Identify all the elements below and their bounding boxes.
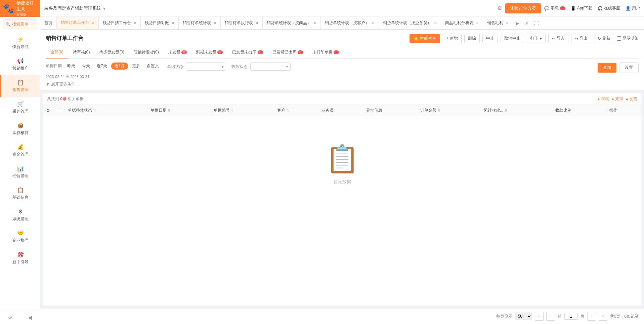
tab-sales-he[interactable]: 销售毛利 ✕ bbox=[483, 17, 513, 30]
tab-close-icon[interactable]: ✕ bbox=[172, 21, 174, 25]
subtab-wangpu-pending[interactable]: 旺铺待发货(0) bbox=[129, 47, 164, 58]
tab-close-icon[interactable]: ✕ bbox=[256, 21, 258, 25]
subtab-shipped-not-out[interactable]: 已发货未出库 0 bbox=[227, 47, 267, 58]
settings-icon[interactable]: ⚙ bbox=[497, 5, 502, 11]
sidebar-item-basic-info[interactable]: 📋 基础信息 bbox=[0, 183, 40, 204]
date-opt-custom[interactable]: 自定义 bbox=[144, 63, 162, 70]
sidebar-item-system[interactable]: ⚙ 系统管理 bbox=[0, 204, 40, 226]
smart-order-btn[interactable]: ⭐ 智能生单 bbox=[410, 34, 440, 43]
tab-close-icon[interactable]: ✕ bbox=[476, 21, 479, 25]
subtab-pending-review[interactable]: 待审核(0) bbox=[68, 47, 95, 58]
sort-amount-icon[interactable]: ⇅ bbox=[438, 109, 440, 112]
sort-customer-icon[interactable]: ⇅ bbox=[286, 109, 289, 112]
display-detail-label[interactable]: 显示明细 bbox=[617, 36, 639, 41]
delete-btn[interactable]: 删除 bbox=[464, 34, 480, 43]
tab-sales-stats[interactable]: 销售订单统计表 ✕ bbox=[179, 17, 221, 30]
subtab-pending-inspect[interactable]: 待拣货发货(0) bbox=[94, 47, 129, 58]
tab-gross-profit[interactable]: 商品毛利分析表 ✕ bbox=[441, 17, 483, 30]
sort-number-icon[interactable]: ⇅ bbox=[231, 109, 234, 112]
sort-date-icon[interactable]: ⇅ bbox=[168, 109, 170, 112]
subtab-not-shipped[interactable]: 未发货 0 bbox=[164, 47, 191, 58]
date-opt-1month[interactable]: 近1月 bbox=[111, 63, 128, 70]
sidebar-item-sales[interactable]: 📋 销售管理 bbox=[0, 75, 40, 97]
prev-page-btn[interactable]: ‹ bbox=[546, 312, 555, 321]
ship-action-btn[interactable]: ● 发货 bbox=[626, 96, 637, 102]
system-dropdown-icon[interactable]: ▾ bbox=[103, 6, 105, 11]
refresh-btn[interactable]: ↻ 刷新 bbox=[594, 34, 614, 43]
tab-cash-daily[interactable]: 钱货日清工作台 ✕ bbox=[99, 17, 141, 30]
date-opt-yesterday[interactable]: 昨天 bbox=[65, 63, 78, 70]
user-btn[interactable]: 👤 用户 bbox=[626, 5, 640, 11]
sidebar-item-quick-nav[interactable]: ⚡ 快捷导航 bbox=[0, 32, 40, 54]
message-icon: 💬 bbox=[544, 6, 549, 11]
query-btn[interactable]: 查询 bbox=[598, 63, 616, 73]
sidebar-settings-btn[interactable]: ⚙ bbox=[0, 311, 20, 324]
trial-btn[interactable]: 体验行业方案 bbox=[505, 3, 541, 13]
unreviewed-action-btn[interactable]: ● 充审 bbox=[612, 96, 623, 102]
online-service-btn[interactable]: 🎧 在线客服 bbox=[598, 5, 620, 11]
status-select[interactable] bbox=[186, 63, 226, 71]
tab-sale-stats-staff[interactable]: 销货单统计表（按业务员） ✕ bbox=[379, 17, 441, 30]
sidebar-item-finance[interactable]: 💰 资金管理 bbox=[0, 140, 40, 161]
message-btn[interactable]: 💬 消息 6 bbox=[544, 5, 565, 11]
tab-close-icon[interactable]: ✕ bbox=[434, 21, 437, 25]
subtab-expired-not-shipped[interactable]: 到期未发货 0 bbox=[191, 47, 227, 58]
stop-btn[interactable]: 中止 bbox=[482, 34, 498, 43]
filter-setting-btn[interactable]: 设置 bbox=[619, 63, 639, 73]
date-opt-today[interactable]: 今天 bbox=[79, 63, 93, 70]
tab-sale-stats-customer[interactable]: 销货单统计表（按客户） ✕ bbox=[321, 17, 379, 30]
subtab-shipped-out[interactable]: 已发货已出库 0 bbox=[268, 47, 308, 58]
date-opt-7days[interactable]: 近7天 bbox=[94, 63, 110, 70]
subtab-not-printed[interactable]: 未打印单据 0 bbox=[308, 47, 344, 58]
subtab-all[interactable]: 全部(0) bbox=[46, 47, 68, 58]
tab-sales-exec[interactable]: 销售订单执行表 ✕ bbox=[221, 17, 263, 30]
sidebar-item-operations[interactable]: 📊 经营管理 bbox=[0, 161, 40, 183]
export-btn[interactable]: ↪ 导出 bbox=[571, 34, 591, 43]
sort-cumulative-icon[interactable]: ⇅ bbox=[505, 109, 507, 112]
import-btn[interactable]: ↩ 导入 bbox=[548, 34, 568, 43]
tab-close-all[interactable]: ✕ bbox=[522, 17, 531, 30]
page-input[interactable] bbox=[564, 313, 578, 320]
search-menu-button[interactable]: 🔍 搜索菜单 bbox=[3, 19, 37, 29]
tab-sales-workbench[interactable]: 销售订单工作台 ✕ bbox=[57, 17, 99, 30]
tab-close-icon[interactable]: ✕ bbox=[92, 21, 94, 25]
empty-illustration: 📋 bbox=[326, 143, 359, 175]
page-header: 销售订单工作台 ⭐ 智能生单 + 新增 删除 中止 取消中止 打印 ▾ bbox=[40, 30, 644, 59]
select-all-checkbox[interactable] bbox=[57, 108, 61, 112]
sidebar-item-guide[interactable]: 🎯 新手引导 bbox=[0, 247, 40, 269]
expand-filter-btn[interactable]: ▼ 展开更多条件 bbox=[46, 81, 639, 87]
print-btn[interactable]: 打印 ▾ bbox=[527, 34, 546, 43]
sidebar-item-cooperation[interactable]: 🤝 企业协同 bbox=[0, 226, 40, 247]
payment-select[interactable] bbox=[250, 63, 291, 71]
tab-cash-reconcile[interactable]: 钱货日清对账 ✕ bbox=[141, 17, 179, 30]
page-size-select[interactable]: 50 20 100 bbox=[515, 313, 532, 320]
tab-close-icon[interactable]: ✕ bbox=[372, 21, 375, 25]
date-opt-more[interactable]: 更多 bbox=[129, 63, 143, 70]
sort-status-icon[interactable]: ⇅ bbox=[93, 109, 96, 112]
review-action-btn[interactable]: ● 审核 bbox=[597, 96, 609, 102]
tab-close-icon[interactable]: ✕ bbox=[134, 21, 136, 25]
tab-nav-forward[interactable]: ▶ bbox=[513, 17, 522, 30]
tab-maximize[interactable]: ⛶ bbox=[531, 17, 542, 30]
app-download-btn[interactable]: 📱 App下载 bbox=[571, 5, 592, 11]
cancel-stop-btn[interactable]: 取消中止 bbox=[501, 34, 524, 43]
sidebar-item-marketing[interactable]: 📢 营销推广 bbox=[0, 54, 40, 75]
first-page-btn[interactable]: « bbox=[535, 312, 544, 321]
tab-close-icon[interactable]: ✕ bbox=[506, 21, 509, 25]
top-header-right: 💬 消息 6 📱 App下载 🎧 在线客服 👤 用户 bbox=[544, 5, 640, 11]
display-detail-checkbox[interactable] bbox=[617, 36, 621, 41]
col-settings[interactable]: ⚙ bbox=[43, 105, 53, 116]
add-btn[interactable]: + 新增 bbox=[443, 34, 462, 43]
tab-close-icon[interactable]: ✕ bbox=[314, 21, 316, 25]
sidebar-collapse-btn[interactable]: ◀ bbox=[20, 311, 40, 324]
last-page-btn[interactable]: » bbox=[599, 312, 607, 321]
sidebar-search[interactable]: 🔍 搜索菜单 bbox=[0, 17, 40, 32]
next-page-btn[interactable]: › bbox=[587, 312, 596, 321]
tab-sale-stats-product[interactable]: 销货单统计表（按商品） ✕ bbox=[263, 17, 321, 30]
col-checkbox[interactable] bbox=[53, 105, 65, 116]
sidebar-item-inventory[interactable]: 📦 库存核算 bbox=[0, 118, 40, 140]
expand-row: ▼ 展开更多条件 bbox=[46, 81, 639, 87]
tab-close-icon[interactable]: ✕ bbox=[214, 21, 216, 25]
sidebar-item-purchase[interactable]: 🛒 采购管理 bbox=[0, 97, 40, 118]
tab-home[interactable]: 首页 bbox=[40, 17, 57, 30]
